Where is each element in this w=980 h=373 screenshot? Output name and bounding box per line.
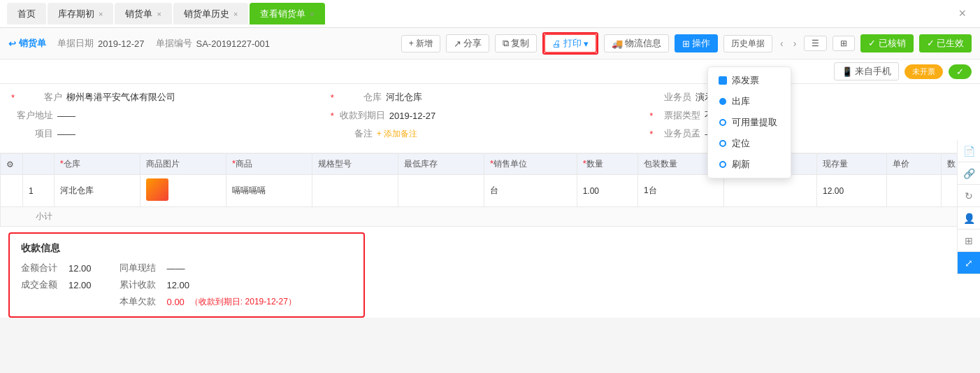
form-toolbar2: 📱 来自手机 未开票 ✓	[0, 59, 980, 84]
logistics-button[interactable]: 🚚 物流信息	[604, 34, 669, 52]
toolbar-right: + 新增 ↗ 分享 ⧉ 复制 🖨 打印 ▾ 🚚	[401, 32, 972, 55]
dropdown-refresh[interactable]: 刷新	[708, 154, 791, 175]
order-table: ⚙ *仓库 商品图片 *商品 规格型号 最低库存 *销售单位 *数量 包装数量 …	[0, 153, 980, 227]
effective-button[interactable]: ✓ 已生效	[919, 34, 972, 52]
col-current-stock: 现存量	[817, 154, 887, 175]
cell-pack-qty: 1台	[637, 175, 723, 207]
tab-inventory[interactable]: 库存期初 ×	[48, 3, 113, 24]
tab-sales-history[interactable]: 销货单历史 ×	[173, 3, 248, 24]
tab-close-sales-history[interactable]: ×	[233, 10, 238, 18]
not-open-button[interactable]: 未开票	[905, 64, 943, 79]
cell-quantity: 1.00	[577, 175, 637, 207]
form-row-2: 客户地址 —— * 收款到期日 2019-12-27 * 票据类型 不开票	[11, 109, 969, 122]
tab-view-sales[interactable]: 查看销货单 ×	[250, 3, 324, 24]
print-icon: 🖨	[552, 38, 561, 49]
cell-settings	[1, 175, 23, 207]
check-button[interactable]: ✓	[949, 64, 972, 79]
print-button-wrapper: 🖨 打印 ▾	[542, 32, 598, 55]
address-field: 客户地址 ——	[11, 109, 331, 122]
check-icon-effective: ✓	[927, 38, 935, 48]
table-row: 1 河北仓库 嗝嗝嗝嗝 台 1.00 1台 12.00	[1, 175, 980, 207]
right-icon-document[interactable]: 📄	[958, 140, 980, 162]
operations-button[interactable]: ⊞ 操作	[675, 34, 718, 52]
subtotal-row: 小计	[1, 207, 980, 227]
from-phone-button[interactable]: 📱 来自手机	[834, 62, 899, 80]
customer-field: * 客户 柳州粤港平安气体有限公司	[11, 91, 331, 104]
share-icon: ↗	[454, 38, 461, 49]
col-num	[23, 154, 55, 175]
right-icon-link[interactable]: 🔗	[958, 162, 980, 185]
cell-product-img	[140, 175, 226, 207]
layout-list-button[interactable]: ☰	[804, 36, 827, 51]
history-button[interactable]: 历史单据	[723, 35, 772, 52]
copy-icon: ⧉	[503, 38, 509, 49]
tab-sales[interactable]: 销货单 ×	[115, 3, 171, 24]
cancelled-button[interactable]: ✓ 已核销	[860, 34, 913, 52]
new-button[interactable]: + 新增	[401, 35, 440, 52]
cell-warehouse: 河北仓库	[54, 175, 140, 207]
add-note-button[interactable]: + 添加备注	[377, 128, 417, 140]
copy-button[interactable]: ⧉ 复制	[495, 34, 537, 52]
col-quantity: *数量	[577, 154, 637, 175]
print-button[interactable]: 🖨 打印 ▾	[544, 34, 597, 53]
dropdown-locate[interactable]: 定位	[708, 133, 791, 154]
sales-rep-field: * 业务员孟 ——	[649, 127, 969, 140]
cell-unit-price	[887, 175, 942, 207]
tab-close-inventory[interactable]: ×	[99, 10, 103, 18]
deal-amount-item: 成交金额 12.00	[21, 279, 92, 291]
dropdown-add-invoice[interactable]: 添发票	[708, 70, 791, 91]
tab-close-view-sales[interactable]: ×	[310, 10, 314, 18]
nav-next-button[interactable]: ›	[791, 38, 799, 49]
cell-num: 1	[23, 175, 55, 207]
dropdown-outbound[interactable]: 出库	[708, 91, 791, 112]
nav-prev-button[interactable]: ‹	[778, 38, 786, 49]
layout-grid-button[interactable]: ⊞	[833, 36, 855, 51]
amount-total-item: 金额合计 12.00	[21, 262, 92, 274]
add-invoice-icon	[718, 76, 728, 85]
employee-field: 业务员 演示账号	[649, 91, 969, 104]
col-settings[interactable]: ⚙	[1, 154, 23, 175]
table-area: ⚙ *仓库 商品图片 *商品 规格型号 最低库存 *销售单位 *数量 包装数量 …	[0, 153, 980, 227]
refresh-icon	[718, 160, 728, 169]
ticket-type-field: * 票据类型 不开票	[649, 109, 969, 122]
col-spec: 规格型号	[312, 154, 398, 175]
check-icon-cancelled: ✓	[868, 38, 876, 48]
form-number-meta: 单据编号 SA-20191227-001	[156, 37, 271, 50]
tab-bar: 首页 库存期初 × 销货单 × 销货单历史 × 查看销货单 × ×	[0, 0, 980, 28]
print-dropdown-arrow: ▾	[584, 38, 589, 49]
cell-unit: 台	[484, 175, 577, 207]
form-title: ↩ 销货单	[8, 37, 46, 50]
close-window-button[interactable]: ×	[951, 6, 973, 21]
total-received-item: 累计收款 12.00	[120, 279, 296, 291]
right-icon-table[interactable]: ⊞	[958, 230, 980, 252]
col-min-stock: 最低库存	[398, 154, 484, 175]
right-icon-rotate[interactable]: ↻	[958, 185, 980, 207]
cell-current-stock: 12.00	[817, 175, 887, 207]
summary-panel: 收款信息 金额合计 12.00 成交金额 12.00 同单现结 ——	[8, 232, 365, 318]
payment-due-field: * 收款到期日 2019-12-27	[331, 109, 650, 122]
form-row-1: * 客户 柳州粤港平安气体有限公司 * 仓库 河北仓库 业务员 演示账号	[11, 91, 969, 104]
cell-min-stock	[398, 175, 484, 207]
check-circle-icon: ✓	[956, 66, 964, 77]
cell-product: 嗝嗝嗝嗝	[226, 175, 312, 207]
locate-icon	[718, 139, 728, 148]
same-order-item: 同单现结 ——	[120, 262, 296, 274]
tab-home[interactable]: 首页	[7, 3, 46, 24]
share-button[interactable]: ↗ 分享	[446, 34, 489, 52]
main-area: ↩ 销货单 单据日期 2019-12-27 单据编号 SA-20191227-0…	[0, 28, 980, 318]
summary-title: 收款信息	[21, 242, 352, 255]
right-icon-expand[interactable]: ⤢	[958, 252, 980, 274]
cell-spec	[312, 175, 398, 207]
note-field: 备注 + 添加备注	[331, 127, 650, 140]
phone-icon: 📱	[842, 66, 853, 77]
product-image	[146, 178, 168, 201]
available-qty-icon	[718, 118, 728, 127]
right-icon-person[interactable]: 👤	[958, 207, 980, 230]
grid-icon: ⊞	[682, 38, 690, 49]
summary-rows: 金额合计 12.00 成交金额 12.00 同单现结 —— 累计收款	[21, 262, 352, 308]
logistics-icon: 🚚	[612, 38, 623, 49]
subtotal-label: 小计	[1, 207, 980, 227]
right-icons-panel: 📄 🔗 ↻ 👤 ⊞ ⤢	[957, 140, 980, 274]
dropdown-available-qty[interactable]: 可用量提取	[708, 112, 791, 133]
tab-close-sales[interactable]: ×	[157, 10, 161, 18]
